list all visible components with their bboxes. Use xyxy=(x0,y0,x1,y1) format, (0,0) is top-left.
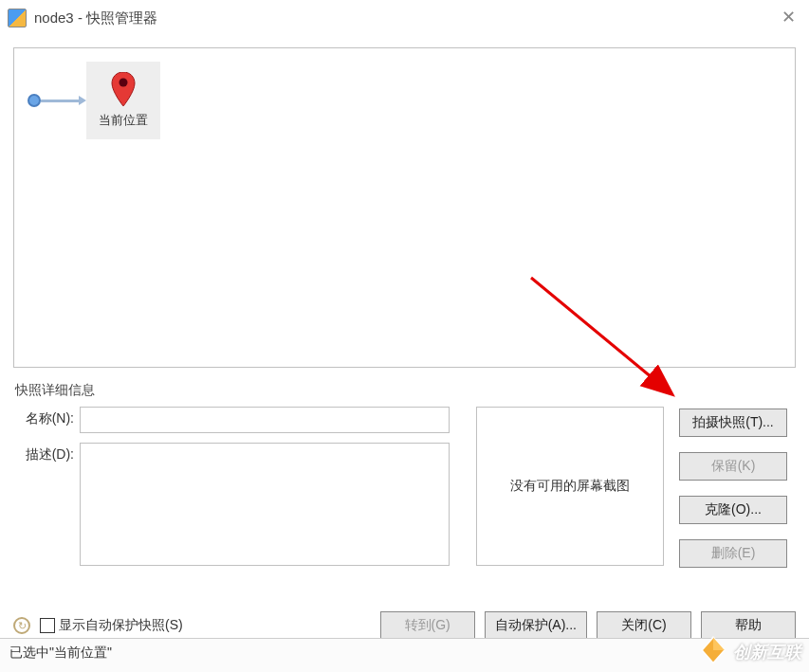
screenshot-preview: 没有可用的屏幕截图 xyxy=(476,407,664,566)
watermark-logo-icon xyxy=(697,634,729,670)
timeline-start-dot xyxy=(28,94,41,107)
status-text: 已选中"当前位置" xyxy=(9,645,112,660)
app-icon xyxy=(8,9,27,27)
current-position-tile[interactable]: 当前位置 xyxy=(86,62,160,139)
title-bar: node3 - 快照管理器 ✕ xyxy=(0,0,809,36)
checkbox-box xyxy=(40,618,55,633)
bottom-toolbar: ↻ 显示自动保护快照(S) 转到(G) 自动保护(A)... 关闭(C) 帮助 xyxy=(13,611,796,640)
clone-button[interactable]: 克隆(O)... xyxy=(679,496,787,524)
timeline-track: 当前位置 xyxy=(28,62,781,139)
svg-point-0 xyxy=(120,79,128,87)
current-position-label: 当前位置 xyxy=(99,112,148,129)
description-label: 描述(D): xyxy=(13,443,80,463)
timeline-arrow-icon xyxy=(79,96,86,105)
take-snapshot-button[interactable]: 拍摄快照(T)... xyxy=(679,409,787,437)
preview-empty-text: 没有可用的屏幕截图 xyxy=(510,478,630,495)
timeline-line xyxy=(41,100,79,102)
name-label: 名称(N): xyxy=(13,407,80,427)
auto-protect-button[interactable]: 自动保护(A)... xyxy=(485,611,587,640)
close-icon[interactable]: ✕ xyxy=(777,6,800,28)
auto-protect-icon: ↻ xyxy=(13,617,30,634)
window-title: node3 - 快照管理器 xyxy=(34,9,157,27)
snapshot-details: 快照详细信息 名称(N): 描述(D): 没有可用的屏幕截图 拍摄快照(T)..… xyxy=(13,381,796,583)
map-pin-icon xyxy=(111,72,136,110)
details-legend: 快照详细信息 xyxy=(13,382,97,397)
watermark: 创新互联 xyxy=(697,634,801,670)
snapshot-timeline: 当前位置 xyxy=(13,47,796,368)
close-button[interactable]: 关闭(C) xyxy=(597,611,691,640)
name-input[interactable] xyxy=(80,407,450,433)
checkbox-label: 显示自动保护快照(S) xyxy=(59,617,183,634)
status-bar: 已选中"当前位置" xyxy=(0,638,809,672)
goto-button[interactable]: 转到(G) xyxy=(380,611,475,640)
delete-button[interactable]: 删除(E) xyxy=(679,539,787,568)
description-input[interactable] xyxy=(80,443,450,566)
show-auto-protect-checkbox[interactable]: 显示自动保护快照(S) xyxy=(40,617,183,634)
watermark-text: 创新互联 xyxy=(733,641,801,663)
keep-button[interactable]: 保留(K) xyxy=(679,452,787,481)
